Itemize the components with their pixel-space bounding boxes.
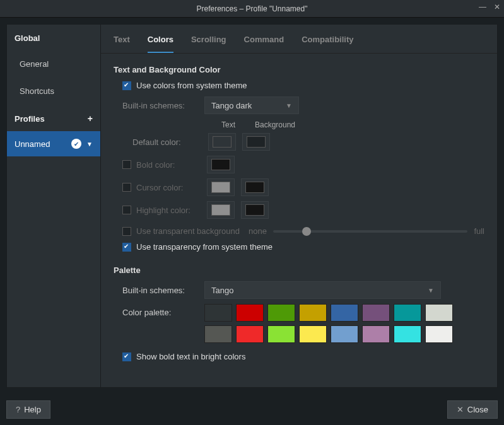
use-trans-system-label: Use transparency from system theme [136, 242, 273, 252]
palette-color-7[interactable] [425, 304, 453, 322]
section-text-bg-title: Text and Background Color [114, 65, 484, 74]
palette-builtin-label: Built-in schemes: [122, 286, 204, 295]
palette-color-11[interactable] [299, 325, 327, 343]
help-button[interactable]: ? Help [6, 400, 50, 419]
titlebar: Preferences – Profile "Unnamed" — ✕ [0, 0, 504, 18]
palette-color-13[interactable] [362, 325, 390, 343]
tab-compatibility[interactable]: Compatibility [302, 35, 353, 53]
palette-color-0[interactable] [204, 304, 232, 322]
main-panel: Text Colors Scrolling Command Compatibil… [101, 24, 498, 388]
help-button-label: Help [24, 405, 41, 414]
transparency-slider[interactable] [273, 230, 467, 233]
highlight-color-label: Highlight color: [136, 206, 207, 215]
cursor-text-swatch[interactable] [207, 178, 235, 196]
cursor-color-label: Cursor color: [136, 183, 207, 192]
close-x-icon: ✕ [457, 405, 464, 414]
color-palette-label: Color palette: [122, 304, 204, 317]
chevron-down-icon: ▼ [428, 287, 434, 294]
default-bg-swatch[interactable] [242, 133, 270, 151]
help-icon: ? [16, 405, 20, 414]
transparent-bg-checkbox[interactable] [122, 227, 131, 236]
highlight-bg-swatch[interactable] [241, 201, 269, 219]
show-bold-bright-checkbox[interactable] [122, 352, 131, 361]
builtin-scheme-select[interactable]: Tango dark ▼ [204, 96, 299, 114]
cursor-color-checkbox[interactable] [122, 183, 131, 192]
tabbar: Text Colors Scrolling Command Compatibil… [101, 25, 497, 54]
window-controls: — ✕ [479, 3, 500, 11]
tab-colors[interactable]: Colors [148, 35, 173, 53]
use-trans-system-checkbox[interactable] [122, 243, 131, 252]
palette-color-12[interactable] [331, 325, 358, 343]
bold-text-swatch[interactable] [207, 156, 235, 173]
tab-command[interactable]: Command [244, 35, 284, 53]
window-title: Preferences – Profile "Unnamed" [197, 4, 308, 13]
body: Global General Shortcuts Profiles + Unna… [0, 18, 504, 394]
profile-menu-icon[interactable]: ▼ [86, 141, 93, 148]
use-system-colors-checkbox[interactable] [122, 81, 131, 90]
palette-color-15[interactable] [425, 325, 453, 343]
tab-text[interactable]: Text [114, 35, 130, 53]
palette-color-4[interactable] [331, 304, 358, 322]
builtin-scheme-value: Tango dark [211, 101, 252, 110]
close-button-label: Close [467, 405, 488, 414]
minimize-icon[interactable]: — [479, 3, 486, 11]
palette-color-5[interactable] [362, 304, 390, 322]
palette-color-6[interactable] [394, 304, 421, 322]
cursor-bg-swatch[interactable] [241, 178, 269, 196]
default-color-label: Default color: [114, 137, 208, 147]
palette-color-1[interactable] [236, 304, 264, 322]
sidebar-global-label: Global [15, 33, 40, 43]
default-text-swatch[interactable] [208, 133, 236, 151]
palette-builtin-select[interactable]: Tango ▼ [204, 281, 441, 299]
use-system-colors-label: Use colors from system theme [136, 81, 247, 90]
show-bold-bright-label: Show bold text in bright colors [136, 352, 245, 361]
col-header-bg: Background [255, 120, 283, 129]
palette-color-8[interactable] [204, 325, 232, 343]
palette-builtin-value: Tango [211, 286, 233, 295]
transparent-bg-label: Use transparent background [136, 226, 240, 236]
add-profile-icon[interactable]: + [88, 114, 93, 124]
col-header-text: Text [214, 120, 242, 129]
palette-grid [204, 304, 453, 343]
palette-color-14[interactable] [394, 325, 421, 343]
tab-scrolling[interactable]: Scrolling [191, 35, 226, 53]
sidebar-global-header: Global [7, 25, 100, 50]
content: Text and Background Color Use colors fro… [101, 54, 497, 387]
builtin-scheme-label: Built-in schemes: [122, 101, 204, 110]
slider-thumb[interactable] [302, 227, 311, 236]
slider-max-label: full [474, 226, 484, 236]
palette-color-9[interactable] [236, 325, 264, 343]
bold-color-label: Bold color: [136, 160, 207, 170]
highlight-text-swatch[interactable] [207, 201, 235, 219]
sidebar-item-shortcuts[interactable]: Shortcuts [7, 78, 100, 105]
check-circle-icon [71, 139, 81, 149]
sidebar-profile-label: Unnamed [15, 139, 50, 149]
sidebar-profiles-header: Profiles + [7, 105, 100, 131]
palette-color-3[interactable] [299, 304, 327, 322]
sidebar-item-general[interactable]: General [7, 50, 100, 78]
palette-color-2[interactable] [267, 304, 295, 322]
chevron-down-icon: ▼ [286, 102, 292, 109]
palette-color-10[interactable] [267, 325, 295, 343]
highlight-color-checkbox[interactable] [122, 206, 131, 214]
sidebar: Global General Shortcuts Profiles + Unna… [6, 24, 101, 388]
close-button[interactable]: ✕ Close [447, 400, 498, 419]
close-icon[interactable]: ✕ [494, 3, 500, 11]
footer: ? Help ✕ Close [0, 394, 504, 425]
sidebar-profiles-label: Profiles [15, 114, 45, 124]
section-palette-title: Palette [114, 265, 484, 275]
preferences-window: Preferences – Profile "Unnamed" — ✕ Glob… [0, 0, 504, 425]
sidebar-profile-unnamed[interactable]: Unnamed ▼ [7, 131, 100, 156]
slider-min-label: none [249, 226, 267, 236]
bold-color-checkbox[interactable] [122, 160, 131, 169]
